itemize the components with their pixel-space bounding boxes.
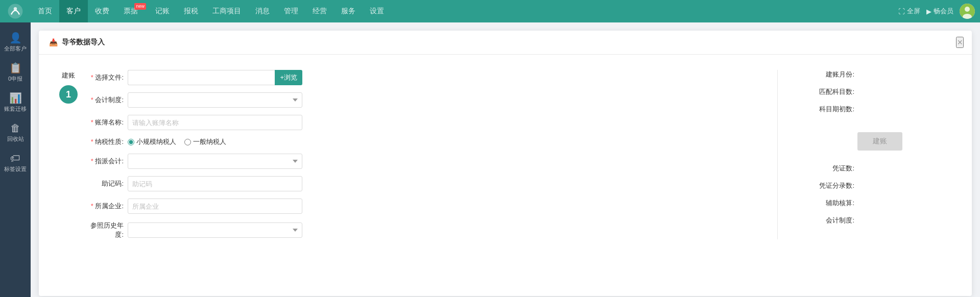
build-account-label: 建账 — [62, 71, 75, 80]
account-name-input[interactable] — [128, 115, 302, 130]
new-badge: new — [134, 3, 146, 10]
file-input-group: +浏览 — [128, 70, 302, 85]
assign-accountant-select[interactable] — [128, 154, 302, 169]
assign-accountant-row: 指派会计: — [88, 154, 302, 169]
company-label: 所属企业: — [88, 202, 124, 211]
history-year-row: 参照历史年度: — [88, 221, 302, 239]
sidebar-item-recycle[interactable]: 🗑 回收站 — [0, 118, 31, 148]
panel-header: 📥 导爷数据导入 — [39, 31, 972, 55]
info-accounting-system-label: 会计制度: — [808, 216, 854, 225]
sidebar: 👤 全部客户 📋 0申报 📊 账套迁移 🗑 回收站 🏷 标签设置 — [0, 22, 31, 297]
tax-type-label: 纳税性质: — [88, 137, 124, 146]
subject-initial-label: 科目期初数: — [808, 105, 854, 114]
fullscreen-icon: ⛶ — [898, 8, 905, 15]
voucher-label: 凭证数: — [808, 164, 854, 173]
voucher-records-label: 凭证分录数: — [808, 181, 854, 190]
main-content: 📥 导爷数据导入 × 建账 1 选择文件: +浏览 — [31, 22, 980, 297]
nav-settings[interactable]: 设置 — [363, 0, 391, 22]
nav-items: 首页 客户 收费 票据 new 记账 报税 工商项目 消息 管理 经营 服务 设… — [31, 0, 898, 22]
migrate-icon: 📊 — [9, 93, 22, 103]
sidebar-label-all-customers: 全部客户 — [4, 45, 27, 53]
step-badge: 1 — [59, 85, 78, 104]
file-text-input[interactable] — [128, 70, 275, 85]
svg-point-3 — [965, 7, 970, 12]
match-subject-label: 匹配科目数: — [808, 87, 854, 96]
file-row: 选择文件: +浏览 — [88, 70, 302, 85]
browse-button[interactable]: +浏览 — [275, 70, 302, 85]
nav-home[interactable]: 首页 — [31, 0, 59, 22]
account-name-label: 账簿名称: — [88, 118, 124, 127]
form-section: 建账 1 选择文件: +浏览 会计制度: — [59, 70, 747, 239]
tax-type-radio-group: 小规模纳税人 一般纳税人 — [128, 137, 302, 146]
panel-title: 导爷数据导入 — [62, 38, 105, 47]
subject-initial-row: 科目期初数: — [808, 105, 951, 114]
tax-small-scale-label: 小规模纳税人 — [136, 137, 176, 146]
nav-tax[interactable]: 报税 — [177, 0, 205, 22]
info-accounting-system-row: 会计制度: — [808, 216, 951, 225]
create-account-button[interactable]: 建账 — [857, 132, 902, 151]
form-fields: 选择文件: +浏览 会计制度: — [88, 70, 302, 239]
aux-accounting-label: 辅助核算: — [808, 199, 854, 208]
tag-icon: 🏷 — [10, 153, 20, 163]
nav-customers[interactable]: 客户 — [59, 0, 88, 22]
tax-general[interactable]: 一般纳税人 — [184, 137, 226, 146]
accounting-system-select[interactable] — [128, 92, 302, 108]
assign-accountant-label: 指派会计: — [88, 157, 124, 166]
aux-accounting-row: 辅助核算: — [808, 199, 951, 208]
vertical-divider — [777, 70, 778, 239]
fullscreen-button[interactable]: ⛶ 全屏 — [898, 7, 920, 16]
svg-point-0 — [8, 4, 23, 19]
sidebar-item-all-customers[interactable]: 👤 全部客户 — [0, 28, 31, 58]
nav-invoices[interactable]: 票据 new — [116, 0, 148, 22]
nav-bookkeeping[interactable]: 记账 — [148, 0, 177, 22]
vip-button[interactable]: ▶ 畅会员 — [926, 7, 953, 16]
nav-messages[interactable]: 消息 — [248, 0, 277, 22]
sidebar-item-declare[interactable]: 📋 0申报 — [0, 58, 31, 88]
avatar[interactable] — [960, 4, 975, 19]
sidebar-label-account-migrate: 账套迁移 — [4, 105, 27, 113]
account-month-label: 建账月份: — [808, 70, 854, 79]
company-row: 所属企业: — [88, 199, 302, 214]
top-navigation: 首页 客户 收费 票据 new 记账 报税 工商项目 消息 管理 经营 服务 设… — [0, 0, 980, 22]
nav-operation[interactable]: 经营 — [305, 0, 334, 22]
account-name-row: 账簿名称: — [88, 115, 302, 130]
sidebar-label-tag-settings: 标签设置 — [4, 165, 27, 173]
logo[interactable] — [5, 1, 26, 21]
account-month-row: 建账月份: — [808, 70, 951, 79]
info-section: 建账月份: 匹配科目数: 科目期初数: 建账 凭证数: — [808, 70, 951, 239]
sidebar-label-declare: 0申报 — [8, 75, 22, 83]
voucher-records-row: 凭证分录数: — [808, 181, 951, 190]
accounting-system-label: 会计制度: — [88, 95, 124, 105]
customers-icon: 👤 — [9, 33, 22, 43]
nav-right: ⛶ 全屏 ▶ 畅会员 — [898, 4, 975, 19]
nav-business[interactable]: 工商项目 — [205, 0, 248, 22]
import-panel: 📥 导爷数据导入 × 建账 1 选择文件: +浏览 — [39, 31, 972, 296]
accounting-system-row: 会计制度: — [88, 92, 302, 108]
declare-icon: 📋 — [9, 63, 22, 73]
panel-body: 建账 1 选择文件: +浏览 会计制度: — [39, 55, 972, 255]
history-year-select[interactable] — [128, 222, 302, 238]
tax-type-row: 纳税性质: 小规模纳税人 一般纳税人 — [88, 137, 302, 146]
memo-input[interactable] — [128, 176, 302, 191]
file-label: 选择文件: — [88, 73, 124, 82]
match-subject-row: 匹配科目数: — [808, 87, 951, 96]
company-input[interactable] — [128, 199, 302, 214]
recycle-icon: 🗑 — [10, 123, 20, 133]
history-year-label: 参照历史年度: — [88, 221, 124, 239]
nav-service[interactable]: 服务 — [334, 0, 363, 22]
vip-icon: ▶ — [926, 8, 931, 15]
nav-manage[interactable]: 管理 — [277, 0, 305, 22]
memo-label: 助记码: — [88, 179, 124, 188]
memo-row: 助记码: — [88, 176, 302, 191]
sidebar-label-recycle: 回收站 — [7, 135, 24, 143]
tax-general-label: 一般纳税人 — [193, 137, 226, 146]
import-icon: 📥 — [49, 38, 58, 46]
sidebar-item-tag-settings[interactable]: 🏷 标签设置 — [0, 148, 31, 178]
nav-fees[interactable]: 收费 — [88, 0, 116, 22]
tax-small-scale[interactable]: 小规模纳税人 — [128, 137, 176, 146]
svg-point-1 — [14, 7, 17, 10]
sidebar-item-account-migrate[interactable]: 📊 账套迁移 — [0, 88, 31, 118]
voucher-row: 凭证数: — [808, 164, 951, 173]
panel-close-button[interactable]: × — [956, 37, 964, 48]
